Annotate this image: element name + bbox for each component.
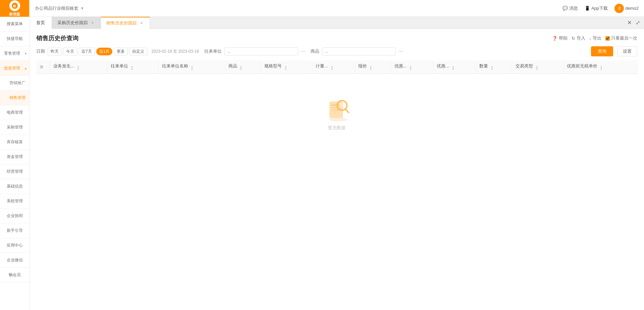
- sales-history-table: ⚙ 业务发生... ▲▼ 往来单位 ▲▼ 往来单位名称 ▲▼: [36, 60, 637, 74]
- chevron-down-icon: ▾: [25, 52, 26, 55]
- close-tab-sales[interactable]: ×: [139, 20, 144, 26]
- col-discount1[interactable]: 优惠... ▲▼: [391, 60, 433, 74]
- sidebar-item-system[interactable]: 系统管理: [0, 194, 29, 209]
- help-btn[interactable]: ❓ 帮助: [552, 35, 568, 41]
- col-partner-code[interactable]: 往来单位 ▲▼: [107, 60, 159, 74]
- goods-filter-input[interactable]: [322, 47, 396, 55]
- sidebar-item-marketing[interactable]: 营销推广: [0, 76, 29, 91]
- sidebar-item-basic-info[interactable]: 基础信息: [0, 179, 29, 194]
- date-filter-group: 日期 昨天 今天 近7天 近1月 更多 自定义 2023-02-18 至 202…: [36, 48, 199, 55]
- svg-text:畅: 畅: [13, 4, 15, 7]
- query-button[interactable]: 查询: [591, 46, 613, 56]
- date-btn-today[interactable]: 今天: [63, 48, 77, 55]
- sidebar-item-operations[interactable]: 经营管理: [0, 164, 29, 179]
- import-icon: ↻: [572, 36, 575, 41]
- sidebar-item-retail[interactable]: 零售管理 ▾: [0, 46, 29, 61]
- logo-icon: 畅: [9, 0, 20, 11]
- partner-filter-input[interactable]: [224, 47, 298, 55]
- sidebar-item-ecommerce[interactable]: 电商管理: [0, 105, 29, 120]
- page-title: 销售历史价查询: [36, 34, 78, 42]
- date-btn-custom[interactable]: 自定义: [129, 48, 147, 55]
- app-version-label: 标准版: [9, 12, 20, 17]
- svg-rect-4: [331, 105, 340, 106]
- sidebar-item-finance[interactable]: 资金管理: [0, 150, 29, 164]
- sidebar: 畅 标准版 搜索菜单 快捷导航 零售管理 ▾ 批发管理 ▴ 营销推广 销售管理 …: [0, 0, 30, 310]
- svg-point-9: [340, 103, 343, 107]
- message-btn[interactable]: 💬 消息: [562, 5, 578, 11]
- sidebar-item-wechat[interactable]: 企业微信: [0, 253, 29, 268]
- export-icon: ↓: [589, 36, 592, 41]
- message-icon: 💬: [562, 6, 568, 11]
- col-goods[interactable]: 商品 ▲▼: [225, 60, 261, 74]
- empty-state: 暂无数据: [36, 74, 637, 151]
- col-trade-type[interactable]: 交易类型 ▲▼: [512, 60, 564, 74]
- col-partner-name[interactable]: 往来单位名称 ▲▼: [158, 60, 225, 74]
- empty-text: 暂无数据: [328, 125, 345, 131]
- sidebar-item-apps[interactable]: 应用中心: [0, 238, 29, 253]
- goods-filter-dots[interactable]: ···: [398, 48, 403, 54]
- col-biz-date[interactable]: 业务发生... ▲▼: [50, 60, 107, 74]
- date-range-display: 2023-02-18 至 2023-03-18: [151, 49, 199, 54]
- svg-line-8: [345, 109, 349, 113]
- filter-action-buttons: 查询 设置: [591, 46, 637, 56]
- date-btn-1month[interactable]: 近1月: [96, 48, 113, 55]
- partner-filter-dots[interactable]: ···: [301, 48, 305, 54]
- content-area: 销售历史价查询 ❓ 帮助 ↻ 导入 ↓ 导出 只看最后一次: [30, 29, 644, 310]
- tab-sales-history[interactable]: 销售历史价跟踪 ×: [101, 17, 150, 29]
- app-download-btn[interactable]: 📱 App下载: [585, 5, 608, 11]
- sidebar-item-guide[interactable]: 新手引导: [0, 223, 29, 238]
- col-discount2[interactable]: 优惠... ▲▼: [433, 60, 476, 74]
- sidebar-item-search[interactable]: 搜索菜单: [0, 17, 29, 32]
- user-menu[interactable]: d demo2: [614, 4, 639, 13]
- sidebar-item-purchase[interactable]: 采购管理: [0, 120, 29, 135]
- date-btn-yesterday[interactable]: 昨天: [48, 48, 62, 55]
- import-btn[interactable]: ↻ 导入: [572, 35, 585, 41]
- gear-icon[interactable]: ⚙: [40, 64, 44, 69]
- topbar-left: 办公用品行业模拟账套 ▾: [35, 5, 84, 11]
- sidebar-item-wholesale[interactable]: 批发管理 ▴: [0, 61, 29, 76]
- svg-point-2: [329, 118, 347, 121]
- date-filter-label: 日期: [36, 48, 45, 54]
- svg-rect-6: [331, 110, 339, 111]
- export-btn[interactable]: ↓ 导出: [589, 35, 602, 41]
- table-container: ⚙ 业务发生... ▲▼ 往来单位 ▲▼ 往来单位名称 ▲▼: [30, 60, 644, 310]
- col-pre-tax-price[interactable]: 优惠前无税单价 ▲▼: [563, 60, 637, 74]
- close-all-tabs-icon[interactable]: ✕: [626, 18, 633, 27]
- tabs-actions: ✕ ⤢: [626, 18, 644, 27]
- chevron-up-icon: ▴: [25, 66, 26, 70]
- page-header-actions: ❓ 帮助 ↻ 导入 ↓ 导出 只看最后一次: [552, 35, 638, 41]
- date-btn-7days[interactable]: 近7天: [78, 48, 95, 55]
- tabs-bar: 首页 采购历史价跟踪 × 销售历史价跟踪 × ✕ ⤢: [30, 17, 644, 29]
- main-area: 办公用品行业模拟账套 ▾ 💬 消息 📱 App下载 d demo2 首页 采购历…: [30, 0, 644, 310]
- tab-purchase-history[interactable]: 采购历史价跟踪 ×: [52, 17, 101, 29]
- tab-home[interactable]: 首页: [30, 17, 52, 29]
- last-only-input[interactable]: [605, 36, 610, 41]
- last-only-checkbox[interactable]: 只看最后一次: [605, 35, 637, 41]
- col-gear: ⚙: [36, 60, 50, 74]
- settings-button[interactable]: 设置: [617, 46, 637, 56]
- sidebar-item-enterprise[interactable]: 企业协同: [0, 209, 29, 223]
- partner-filter-group: 往来单位 ···: [204, 47, 305, 55]
- app-logo[interactable]: 畅 标准版: [0, 0, 29, 17]
- page-header: 销售历史价查询 ❓ 帮助 ↻ 导入 ↓ 导出 只看最后一次: [30, 29, 644, 42]
- partner-filter-label: 往来单位: [204, 48, 222, 54]
- sidebar-item-shortcuts[interactable]: 快捷导航: [0, 32, 29, 46]
- dropdown-icon[interactable]: ▾: [81, 6, 84, 11]
- topbar-title: 办公用品行业模拟账套: [35, 5, 78, 11]
- col-price[interactable]: 报价 ▲▼: [355, 60, 391, 74]
- empty-illustration: [323, 94, 350, 121]
- col-unit[interactable]: 计量... ▲▼: [312, 60, 355, 74]
- filter-bar: 日期 昨天 今天 近7天 近1月 更多 自定义 2023-02-18 至 202…: [30, 42, 644, 60]
- topbar: 办公用品行业模拟账套 ▾ 💬 消息 📱 App下载 d demo2: [30, 0, 644, 17]
- avatar: d: [614, 4, 624, 13]
- date-btn-more[interactable]: 更多: [114, 48, 128, 55]
- sidebar-item-vip[interactable]: 畅会员: [0, 268, 29, 282]
- topbar-right: 💬 消息 📱 App下载 d demo2: [562, 4, 639, 13]
- col-qty[interactable]: 数量 ▲▼: [476, 60, 512, 74]
- sidebar-item-inventory[interactable]: 库存核算: [0, 135, 29, 150]
- expand-tabs-icon[interactable]: ⤢: [634, 18, 641, 27]
- phone-icon: 📱: [585, 6, 590, 11]
- sidebar-item-sales[interactable]: 销售管理: [0, 91, 29, 105]
- close-tab-purchase[interactable]: ×: [90, 20, 95, 25]
- col-spec[interactable]: 规格型号 ▲▼: [261, 60, 312, 74]
